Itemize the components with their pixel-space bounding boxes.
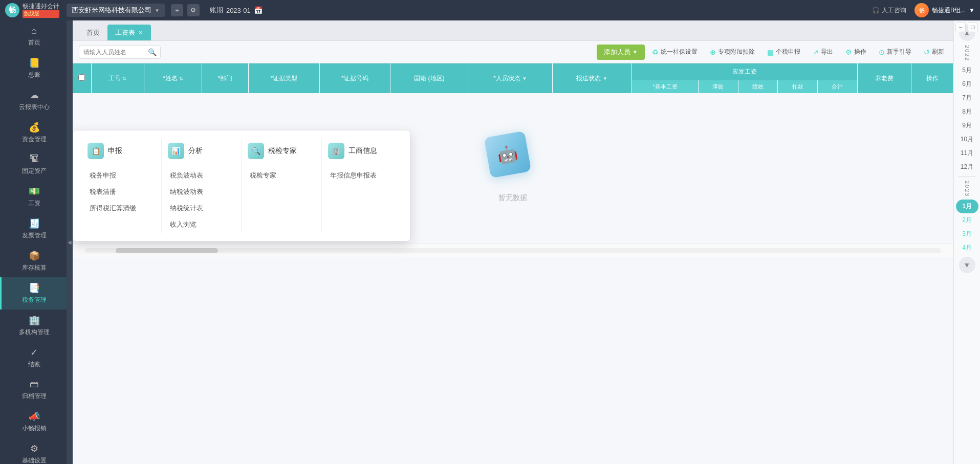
tab-bar: 首页 工资表 ✕ [73,20,953,41]
sidebar-item-inventory[interactable]: 📦库存核算 [0,245,67,277]
section-title-declaration: 申报 [108,146,122,156]
cal-month-7月[interactable]: 7月 [956,91,978,105]
menu-item-tax-clearance[interactable]: 税表清册 [88,184,155,200]
tax-label: 个税申报 [776,48,800,56]
sidebar-item-archive[interactable]: 🗃归档管理 [0,374,67,406]
sort-icon[interactable]: ⇅ [122,76,126,81]
multi-org-icon: 🏢 [29,315,40,326]
tab-salary[interactable]: 工资表 ✕ [107,25,151,40]
filter-icon-status[interactable]: ▼ [522,76,527,81]
home-tab-label: 首页 [86,29,100,36]
action-refresh-button[interactable]: ↺刷新 [921,46,947,58]
headset-icon: 🎧 [872,7,880,14]
service-button[interactable]: 🎧 人工咨询 [872,6,906,15]
sidebar-item-cloud-report[interactable]: ☁云报表中心 [0,84,67,117]
salary-icon: 💵 [29,186,40,197]
section-header-analysis: 📊分析 [168,139,235,165]
cal-month-8月[interactable]: 8月 [956,105,978,119]
sidebar-item-salary[interactable]: 💵工资 [0,181,67,213]
current-year-label: 2023 [964,181,970,197]
th-perf: 绩效 [738,80,778,93]
add-company-button[interactable]: ＋ [171,4,183,16]
cal-month-9月[interactable]: 9月 [956,119,978,132]
th-report: 报送状态▼ [552,63,631,93]
th-idtype: *证据类型 [248,63,319,93]
sidebar-item-home[interactable]: ⌂首页 [0,20,67,52]
sidebar-item-multi-org[interactable]: 🏢多机构管理 [0,310,67,342]
settings-button[interactable]: ⚙ [187,4,200,16]
cal-month-10月[interactable]: 10月 [956,132,978,146]
action-tax-button[interactable]: ▦个税申报 [764,46,803,58]
filter-icon-report[interactable]: ▼ [602,76,607,81]
assets-icon: 🏗 [30,154,39,165]
menu-item-tax-burden[interactable]: 税负波动表 [168,167,235,184]
user-avatar: 畅 [914,3,929,17]
sidebar-item-assets[interactable]: 🏗固定资产 [0,149,67,181]
sidebar-item-tax[interactable]: 📑税务管理 [0,277,67,310]
maximize-window-button[interactable]: □ [968,22,978,32]
minimize-window-button[interactable]: － [955,22,966,32]
company-selector[interactable]: 西安虾米网络科技有限公司 ▼ [67,4,165,17]
app-version: 旗舰版 [23,10,59,18]
social-label: 统一社保设置 [661,48,698,56]
action-social-button[interactable]: ♻统一社保设置 [649,46,701,58]
dropdown-section-expert: 🔍税检专家税检专家 [242,139,322,233]
th-checkbox[interactable] [73,63,91,93]
sidebar-item-close[interactable]: ✓结账 [0,342,67,374]
search-input[interactable] [83,49,145,56]
section-title-business: 工商信息 [349,146,377,156]
tab-home[interactable]: 首页 [79,25,107,40]
action-special-button[interactable]: ⊕专项附加扣除 [707,46,758,58]
calendar-icon[interactable]: 📅 [254,6,263,14]
cal-month-12月[interactable]: 12月 [956,160,978,174]
guide-label: 新手引导 [887,48,911,56]
home-icon: ⌂ [31,26,37,36]
action-export-button[interactable]: ↗导出 [810,46,836,58]
th-dept: *部门 [202,63,248,93]
action-guide-button[interactable]: ⊙新手引导 [876,46,914,58]
scrollbar-thumb[interactable] [116,248,218,253]
sidebar-label-archive: 归档管理 [22,392,47,401]
sidebar-item-ledger[interactable]: 📒总账 [0,52,67,84]
th-idtype-label: *证据类型 [270,75,297,82]
add-person-button[interactable]: 添加人员 ▼ [597,45,645,60]
horizontal-scrollbar[interactable] [85,248,941,253]
action-operate-button[interactable]: ⚙操作 [842,46,869,58]
sidebar-label-xiaochang: 小畅报销 [22,424,47,433]
cal-month-6月[interactable]: 6月 [956,77,978,91]
menu-item-income-tax-calc[interactable]: 所得税汇算清缴 [88,200,155,216]
menu-item-tax-declare[interactable]: 税务申报 [88,167,155,184]
cal-month-1月[interactable]: 1月 [956,200,978,213]
select-all-checkbox[interactable] [78,74,85,81]
empty-cube-visual: 🤖 [484,131,532,179]
th-pension-label: 养老费 [875,75,894,82]
th-report-label: 报送状态 [576,74,601,83]
inventory-icon: 📦 [29,250,40,261]
sidebar-item-basic[interactable]: ⚙基础设置 [0,438,67,464]
menu-item-tax-fluctuation[interactable]: 纳税波动表 [168,184,235,200]
menu-item-annual-report[interactable]: 年报信息申报表 [328,167,396,184]
menu-item-tax-stats[interactable]: 纳税统计表 [168,200,235,216]
cal-month-5月[interactable]: 5月 [956,63,978,77]
th-action-label: 操作 [926,75,939,82]
sort-icon-name[interactable]: ⇅ [179,76,183,81]
section-title-expert: 税检专家 [268,146,297,156]
th-salary-group-label: 应发工资 [732,68,757,75]
close-tab-icon[interactable]: ✕ [138,29,143,36]
cal-month-4月[interactable]: 4月 [956,241,978,255]
cal-down-button[interactable]: ▼ [959,257,975,273]
user-area[interactable]: 畅 畅捷通B组... ▼ [914,3,975,17]
th-status-label: *人员状态 [493,74,520,83]
cal-month-3月[interactable]: 3月 [956,227,978,241]
menu-item-income-browse[interactable]: 收入浏览 [168,216,235,233]
special-label: 专项附加扣除 [718,48,755,56]
chevron-down-icon: ▼ [155,8,160,13]
sidebar-item-invoice[interactable]: 🧾发票管理 [0,213,67,245]
special-icon: ⊕ [710,48,716,56]
sidebar-item-xiaochang[interactable]: 📣小畅报销 [0,406,67,438]
cal-month-2月[interactable]: 2月 [956,213,978,227]
cal-month-11月[interactable]: 11月 [956,146,978,160]
sidebar-item-fund[interactable]: 💰资金管理 [0,117,67,149]
sidebar-collapse[interactable]: ◀ [67,20,73,464]
menu-item-tax-check[interactable]: 税检专家 [248,167,315,184]
